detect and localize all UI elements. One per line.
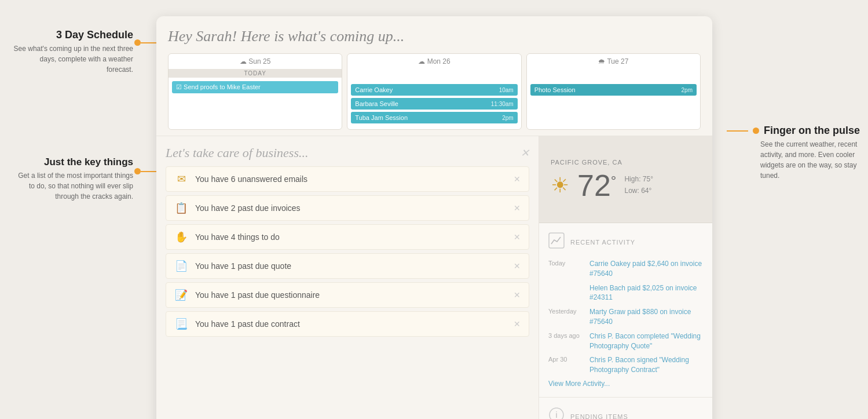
activity-widget: RECENT ACTIVITY Today Carrie Oakey paid … bbox=[539, 223, 712, 398]
tasks-section: Let's take care of business... ✕ ✉ You h… bbox=[156, 136, 539, 419]
annotation-3day: 3 Day Schedule See what's coming up in t… bbox=[12, 29, 133, 75]
arrow-dot-2 bbox=[134, 168, 141, 174]
pending-info-icon: i bbox=[548, 407, 565, 419]
activity-date-2 bbox=[548, 283, 586, 303]
main-container: Hey Sarah! Here is what's coming up... ☁… bbox=[156, 16, 712, 419]
task-text-contract: You have 1 past due contract bbox=[195, 319, 300, 329]
today-label: TODAY bbox=[169, 69, 342, 78]
task-text-todo: You have 4 things to do bbox=[195, 232, 280, 242]
pending-widget: i PENDING ITEMS Mike Easter QUESTIONNAIR… bbox=[539, 398, 712, 419]
day-events-tue: Photo Session 2pm bbox=[527, 81, 700, 101]
event-item-mon-3[interactable]: Tuba Jam Session 2pm bbox=[351, 112, 517, 123]
weather-details: High: 75° Low: 64° bbox=[624, 174, 653, 196]
arrow-dot-right bbox=[753, 127, 759, 134]
quote-icon: 📄 bbox=[174, 260, 188, 272]
activity-chart-icon bbox=[548, 232, 565, 252]
event-time: 10am bbox=[499, 87, 514, 93]
pending-title: PENDING ITEMS bbox=[570, 413, 628, 419]
task-left: 📝 You have 1 past due questionnaire bbox=[174, 289, 320, 301]
schedule-section: Hey Sarah! Here is what's coming up... ☁… bbox=[156, 16, 712, 136]
task-quote[interactable]: 📄 You have 1 past due quote ✕ bbox=[166, 253, 529, 279]
task-todo[interactable]: ✋ You have 4 things to do ✕ bbox=[166, 224, 529, 250]
task-text-invoices: You have 2 past due invoices bbox=[195, 203, 301, 213]
contract-icon: 📃 bbox=[174, 318, 188, 330]
task-emails[interactable]: ✉ You have 6 unanswered emails ✕ bbox=[166, 166, 529, 192]
task-dismiss-todo[interactable]: ✕ bbox=[514, 232, 521, 242]
task-left: ✉ You have 6 unanswered emails bbox=[174, 173, 307, 185]
activity-date-1: Today bbox=[548, 259, 586, 279]
activity-link-3[interactable]: Marty Graw paid $880 on invoice #75640 bbox=[589, 307, 703, 327]
task-invoices[interactable]: 📋 You have 2 past due invoices ✕ bbox=[166, 195, 529, 221]
event-item-mon-2[interactable]: Barbara Seville 11:30am bbox=[351, 98, 517, 110]
anno-pulse-title: Finger on the pulse bbox=[764, 125, 860, 137]
task-contract[interactable]: 📃 You have 1 past due contract ✕ bbox=[166, 311, 529, 337]
annotation-pulse: Finger on the pulse See the current weat… bbox=[727, 125, 860, 181]
pending-header: i PENDING ITEMS bbox=[548, 407, 703, 419]
weather-temp: 72° bbox=[577, 170, 616, 201]
task-dismiss-quote[interactable]: ✕ bbox=[514, 261, 521, 271]
activity-date-5: Apr 30 bbox=[548, 355, 586, 375]
activity-header: RECENT ACTIVITY bbox=[548, 232, 703, 252]
event-item[interactable]: ☑ Send proofs to Mike Easter bbox=[172, 81, 338, 93]
event-name: Carrie Oakey bbox=[355, 86, 393, 93]
weather-widget: PACIFIC GROVE, CA ☀ 72° High: 75° Low: 6… bbox=[539, 136, 712, 223]
svg-text:i: i bbox=[555, 410, 557, 419]
questionnaire-icon: 📝 bbox=[174, 289, 188, 301]
schedule-greeting: Hey Sarah! Here is what's coming up... bbox=[168, 28, 701, 45]
activity-title: RECENT ACTIVITY bbox=[570, 239, 635, 246]
event-item-mon-1[interactable]: Carrie Oakey 10am bbox=[351, 84, 517, 96]
activity-item-4: 3 days ago Chris P. Bacon completed "Wed… bbox=[548, 331, 703, 351]
activity-link-2[interactable]: Helen Bach paid $2,025 on invoice #24311 bbox=[589, 283, 703, 303]
day-header-sun: ☁ Sun 25 bbox=[169, 54, 342, 69]
task-dismiss-contract[interactable]: ✕ bbox=[514, 319, 521, 329]
schedule-grid: ☁ Sun 25 TODAY ☑ Send proofs to Mike Eas… bbox=[168, 53, 701, 130]
view-more-activity[interactable]: View More Activity... bbox=[548, 380, 703, 388]
event-item-tue-1[interactable]: Photo Session 2pm bbox=[530, 84, 697, 96]
day-header-mon: ☁ Mon 26 bbox=[347, 54, 521, 69]
activity-item-5: Apr 30 Chris P. Bacon signed "Wedding Ph… bbox=[548, 355, 703, 375]
weather-main: ☀ 72° High: 75° Low: 64° bbox=[551, 170, 701, 201]
arrow-line-right bbox=[727, 130, 748, 132]
activity-link-4[interactable]: Chris P. Bacon completed "Wedding Photog… bbox=[589, 331, 703, 351]
task-dismiss-invoices[interactable]: ✕ bbox=[514, 203, 521, 213]
activity-link-1[interactable]: Carrie Oakey paid $2,640 on invoice #756… bbox=[589, 259, 703, 279]
day-column-tue: 🌧 Tue 27 Photo Session 2pm bbox=[526, 53, 701, 130]
event-time: 2pm bbox=[682, 87, 693, 93]
day-column-mon: ☁ Mon 26 Carrie Oakey 10am Barbara Sevil… bbox=[347, 53, 521, 130]
tasks-greeting: Let's take care of business... ✕ bbox=[166, 145, 529, 161]
right-panel: PACIFIC GROVE, CA ☀ 72° High: 75° Low: 6… bbox=[539, 136, 712, 419]
weather-low: Low: 64° bbox=[624, 185, 653, 196]
sun-icon: ☀ bbox=[551, 173, 569, 198]
activity-item-1: Today Carrie Oakey paid $2,640 on invoic… bbox=[548, 259, 703, 279]
task-text-quote: You have 1 past due quote bbox=[195, 261, 291, 271]
day-events-mon: Carrie Oakey 10am Barbara Seville 11:30a… bbox=[347, 81, 521, 129]
event-name: Photo Session bbox=[534, 86, 576, 93]
task-dismiss-questionnaire[interactable]: ✕ bbox=[514, 290, 521, 300]
day-header-tue: 🌧 Tue 27 bbox=[527, 54, 700, 69]
task-left: 📋 You have 2 past due invoices bbox=[174, 202, 301, 214]
dismiss-all-button[interactable]: ✕ bbox=[521, 147, 529, 159]
anno-3day-title: 3 Day Schedule bbox=[12, 29, 133, 41]
activity-date-3: Yesterday bbox=[548, 307, 586, 327]
anno-pulse-desc: See the current weather, recent activity… bbox=[760, 139, 860, 181]
task-left: ✋ You have 4 things to do bbox=[174, 231, 280, 243]
weather-high: High: 75° bbox=[624, 174, 653, 185]
day-events-sun: ☑ Send proofs to Mike Easter bbox=[169, 78, 342, 99]
annotation-keythings: Just the key things Get a list of the mo… bbox=[12, 156, 133, 202]
task-dismiss-emails[interactable]: ✕ bbox=[514, 174, 521, 184]
anno-keythings-title: Just the key things bbox=[12, 156, 133, 168]
event-name: Barbara Seville bbox=[355, 100, 398, 107]
anno-keythings-desc: Get a list of the most important things … bbox=[12, 170, 133, 202]
weather-location: PACIFIC GROVE, CA bbox=[551, 159, 701, 166]
activity-item-2: Helen Bach paid $2,025 on invoice #24311 bbox=[548, 283, 703, 303]
todo-icon: ✋ bbox=[174, 231, 188, 243]
task-left: 📃 You have 1 past due contract bbox=[174, 318, 300, 330]
event-time: 2pm bbox=[502, 115, 513, 121]
task-questionnaire[interactable]: 📝 You have 1 past due questionnaire ✕ bbox=[166, 282, 529, 308]
day-column-sun: ☁ Sun 25 TODAY ☑ Send proofs to Mike Eas… bbox=[168, 53, 342, 130]
svg-rect-0 bbox=[549, 233, 564, 248]
activity-link-5[interactable]: Chris P. Bacon signed "Wedding Photograp… bbox=[589, 355, 703, 375]
task-text-questionnaire: You have 1 past due questionnaire bbox=[195, 290, 320, 300]
anno-3day-desc: See what's coming up in the next three d… bbox=[12, 43, 133, 75]
activity-item-3: Yesterday Marty Graw paid $880 on invoic… bbox=[548, 307, 703, 327]
